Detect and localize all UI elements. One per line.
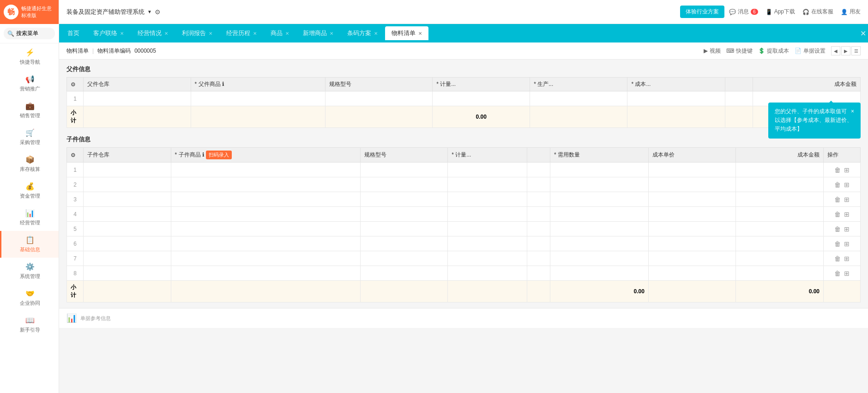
copy-icon-6[interactable]: ⊞: [843, 239, 850, 248]
sidebar-item-finance[interactable]: 💰 资金管理: [0, 177, 59, 204]
child-unit-5[interactable]: [448, 222, 527, 236]
child-unit-1[interactable]: [448, 163, 527, 177]
tab-home[interactable]: 首页: [61, 26, 86, 40]
copy-icon-2[interactable]: ⊞: [843, 180, 850, 189]
nav-prev-icon[interactable]: ◀: [831, 46, 840, 55]
tab-barcode[interactable]: 条码方案✕: [341, 26, 384, 40]
copy-icon-8[interactable]: ⊞: [843, 269, 850, 278]
child-price-2[interactable]: [648, 177, 736, 192]
child-spec-5[interactable]: [360, 222, 448, 236]
delete-icon-1[interactable]: 🗑: [833, 165, 842, 175]
child-spec-3[interactable]: [360, 192, 448, 207]
sidebar-item-purchase[interactable]: 🛒 采购管理: [0, 124, 59, 151]
child-price-8[interactable]: [648, 266, 736, 281]
settings-gear-icon[interactable]: ⚙: [155, 8, 161, 16]
parent-warehouse-cell[interactable]: [84, 91, 191, 106]
child-qty-6[interactable]: [550, 236, 648, 251]
child-warehouse-6[interactable]: [84, 236, 171, 251]
tab-close-product[interactable]: ✕: [285, 31, 289, 36]
sidebar-item-enterprise[interactable]: 🤝 企业协同: [0, 284, 59, 311]
child-product-7[interactable]: [171, 251, 360, 266]
child-unit-4[interactable]: [448, 207, 527, 222]
tab-close-bom[interactable]: ✕: [418, 31, 422, 36]
child-spec-4[interactable]: [360, 207, 448, 222]
sidebar-item-guide[interactable]: 📖 新手引导: [0, 311, 59, 338]
sidebar-item-inventory[interactable]: 📦 库存核算: [0, 151, 59, 177]
tab-close-barcode[interactable]: ✕: [374, 31, 378, 36]
sidebar-item-sales[interactable]: 💼 销售管理: [0, 97, 59, 124]
single-settings-action[interactable]: 📄 单据设置: [795, 47, 826, 55]
delete-icon-8[interactable]: 🗑: [833, 269, 842, 278]
nav-next-icon[interactable]: ▶: [841, 46, 850, 55]
copy-icon-7[interactable]: ⊞: [843, 254, 850, 263]
parent-spec-cell[interactable]: [325, 91, 433, 106]
child-warehouse-1[interactable]: [84, 163, 171, 177]
copy-icon-4[interactable]: ⊞: [843, 210, 850, 219]
sidebar-item-marketing[interactable]: 📢 营销推广: [0, 70, 59, 97]
child-price-6[interactable]: [648, 236, 736, 251]
child-product-8[interactable]: [171, 266, 360, 281]
child-product-3[interactable]: [171, 192, 360, 207]
child-product-2[interactable]: [171, 177, 360, 192]
tab-product[interactable]: 商品✕: [264, 26, 295, 40]
tab-close-new_product[interactable]: ✕: [330, 31, 333, 36]
sidebar-item-system[interactable]: ⚙️ 系统管理: [0, 258, 59, 284]
copy-icon-1[interactable]: ⊞: [843, 165, 850, 175]
scan-button[interactable]: 扫码录入: [206, 151, 232, 159]
child-spec-6[interactable]: [360, 236, 448, 251]
copy-icon-5[interactable]: ⊞: [843, 224, 850, 234]
child-qty-3[interactable]: [550, 192, 648, 207]
child-product-6[interactable]: [171, 236, 360, 251]
child-unit-3[interactable]: [448, 192, 527, 207]
child-qty-5[interactable]: [550, 222, 648, 236]
message-action[interactable]: 💬 消息 6: [729, 8, 758, 16]
delete-icon-6[interactable]: 🗑: [833, 239, 842, 248]
child-price-7[interactable]: [648, 251, 736, 266]
child-warehouse-4[interactable]: [84, 207, 171, 222]
tab-close-operations[interactable]: ✕: [164, 31, 168, 36]
child-spec-2[interactable]: [360, 177, 448, 192]
sidebar-search-area[interactable]: 🔍 搜索菜单: [0, 24, 59, 43]
sidebar-item-ops[interactable]: 📊 经营管理: [0, 204, 59, 231]
tab-profit[interactable]: 利润报告✕: [175, 26, 219, 40]
parent-unit-cell[interactable]: [433, 91, 530, 106]
delete-icon-5[interactable]: 🗑: [833, 224, 842, 234]
child-product-4[interactable]: [171, 207, 360, 222]
parent-cost-cell[interactable]: [627, 91, 725, 106]
child-unit-7[interactable]: [448, 251, 527, 266]
parent-product-cell[interactable]: [191, 91, 325, 106]
child-qty-2[interactable]: [550, 177, 648, 192]
child-spec-7[interactable]: [360, 251, 448, 266]
sidebar-item-basic[interactable]: 📋 基础信息: [0, 231, 59, 258]
child-warehouse-7[interactable]: [84, 251, 171, 266]
app-download-action[interactable]: 📱 App下载: [766, 8, 795, 16]
tab-history[interactable]: 经营历程✕: [220, 26, 263, 40]
tab-close-history[interactable]: ✕: [253, 31, 257, 36]
parent-production-cell[interactable]: [530, 91, 627, 106]
child-qty-4[interactable]: [550, 207, 648, 222]
child-qty-1[interactable]: [550, 163, 648, 177]
child-price-4[interactable]: [648, 207, 736, 222]
tab-bom[interactable]: 物料清单✕: [385, 26, 428, 40]
delete-icon-4[interactable]: 🗑: [833, 210, 842, 219]
close-all-icon[interactable]: ✕: [860, 29, 866, 38]
child-spec-8[interactable]: [360, 266, 448, 281]
child-warehouse-3[interactable]: [84, 192, 171, 207]
tab-customer[interactable]: 客户联络✕: [87, 26, 130, 40]
child-product-5[interactable]: [171, 222, 360, 236]
user-action[interactable]: 👤 用友: [841, 8, 861, 16]
child-price-1[interactable]: [648, 163, 736, 177]
tab-close-customer[interactable]: ✕: [120, 31, 124, 36]
child-warehouse-8[interactable]: [84, 266, 171, 281]
view-action[interactable]: ▶ 视频: [704, 47, 721, 55]
extract-cost-action[interactable]: 💲 提取成本: [758, 47, 789, 55]
child-qty-7[interactable]: [550, 251, 648, 266]
delete-icon-3[interactable]: 🗑: [833, 195, 842, 204]
child-price-5[interactable]: [648, 222, 736, 236]
child-warehouse-2[interactable]: [84, 177, 171, 192]
tab-operations[interactable]: 经营情况✕: [131, 26, 175, 40]
child-unit-2[interactable]: [448, 177, 527, 192]
child-spec-1[interactable]: [360, 163, 448, 177]
child-unit-8[interactable]: [448, 266, 527, 281]
nav-menu-icon[interactable]: ☰: [851, 46, 861, 55]
